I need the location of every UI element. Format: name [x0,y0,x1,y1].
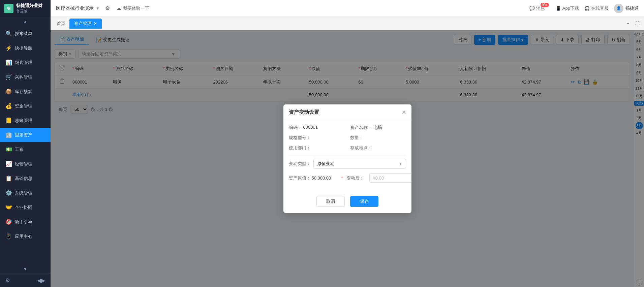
service-icon: 🎧 [584,6,590,11]
modal-overlay: 资产变动设置 ✕ 编码： 000001 资产名称： 电脑 [51,30,644,287]
modal-asset-value-label: 资产原值： [289,175,309,181]
modal-field-name: 资产名称： 电脑 [350,125,406,131]
company-dropdown-icon: ▼ [96,6,100,11]
modal-field-qty: 数量： [350,135,406,141]
basic-icon: 📋 [5,175,11,182]
finance-icon: 💰 [5,103,11,109]
modal-dept-label: 使用部门： [289,145,311,151]
modal-row-2: 规格型号： 数量： [289,135,406,141]
collab-icon: 🤝 [5,204,11,211]
sidebar-item-basic[interactable]: 📋 基础信息 [0,171,51,186]
customer-service-button[interactable]: 🎧 在线客服 [584,5,609,11]
asset-change-modal: 资产变动设置 ✕ 编码： 000001 资产名称： 电脑 [283,104,411,213]
modal-change-type-value: 原值变动 [317,161,335,167]
modal-body: 编码： 000001 资产名称： 电脑 规格型号： [283,119,411,193]
tab-asset-mgmt-label: 资产管理 [74,21,92,27]
sidebar-item-system[interactable]: ⚙️ 系统管理 [0,186,51,200]
modal-field-spec: 规格型号： [289,135,345,141]
topbar: 医疗器械行业演示 ▼ ⚙ ☁ 我要体验一下 💬 消息 99+ 📱 App下载 🎧… [51,0,644,17]
sidebar-item-ledger[interactable]: 📒 总账管理 [0,113,51,128]
search-icon: 🔍 [5,30,11,37]
sidebar: 畅 畅捷通好业财 普及版 ▲ 🔍 搜索菜单 ⚡ 快捷导航 📊 销售管理 🛒 采购… [0,0,51,287]
sidebar-item-quicknav[interactable]: ⚡ 快捷导航 [0,41,51,55]
modal-location-label: 存放地点： [350,145,372,151]
sidebar-item-ops[interactable]: 📈 经营管理 [0,157,51,171]
modal-field-code: 编码： 000001 [289,125,345,131]
modal-row-1: 编码： 000001 资产名称： 电脑 [289,125,406,131]
purchase-icon: 🛒 [5,74,11,80]
logo-sub: 普及版 [16,9,42,14]
company-selector[interactable]: 医疗器械行业演示 ▼ [56,5,100,11]
tab-minimize-button[interactable]: − [624,20,632,28]
collapse-sidebar-icon[interactable]: ◀▶ [37,277,45,284]
guide-icon: 🎯 [5,219,11,225]
modal-code-value: 000001 [303,125,318,131]
appstore-icon: 📱 [5,233,11,240]
ledger-icon: 📒 [5,117,11,124]
modal-value-row: 资产原值： 50,000.00 * 变动后： [289,173,406,183]
sidebar-nav: 🔍 搜索菜单 ⚡ 快捷导航 📊 销售管理 🛒 采购管理 📦 库存核算 💰 资金管… [0,26,51,264]
message-icon: 💬 [529,6,535,11]
sidebar-item-appstore[interactable]: 📱 应用中心 [0,229,51,244]
modal-name-value: 电脑 [373,125,382,131]
modal-cancel-button[interactable]: 取消 [316,196,345,207]
main-content: 医疗器械行业演示 ▼ ⚙ ☁ 我要体验一下 💬 消息 99+ 📱 App下载 🎧… [51,0,644,287]
logo-text: 畅捷通好业财 [16,3,42,9]
sidebar-item-sales[interactable]: 📊 销售管理 [0,55,51,70]
modal-row-3: 使用部门： 存放地点： [289,145,406,151]
salary-icon: 💵 [5,146,11,153]
modal-save-button[interactable]: 保存 [350,196,378,207]
topbar-right: 💬 消息 99+ 📱 App下载 🎧 在线客服 👤 畅捷通 [529,4,639,13]
user-avatar: 👤 [614,4,623,13]
modal-after-required: * [341,176,343,181]
sidebar-item-search[interactable]: 🔍 搜索菜单 [0,26,51,41]
tab-home[interactable]: 首页 [53,19,69,29]
tab-bar: 首页 资产管理 ✕ − ⛶ [51,17,644,30]
modal-qty-label: 数量： [350,135,363,141]
modal-field-location: 存放地点： [350,145,406,151]
topbar-settings-icon[interactable]: ⚙ [105,5,110,11]
app-download-button[interactable]: 📱 App下载 [556,5,579,11]
change-type-dropdown-icon: ▼ [399,162,402,166]
sidebar-scroll-up[interactable]: ▲ [22,18,29,25]
user-name: 畅捷通 [625,5,639,11]
tab-maximize-button[interactable]: ⛶ [633,20,641,28]
sidebar-item-salary[interactable]: 💵 工资 [0,142,51,157]
settings-icon[interactable]: ⚙ [5,277,10,284]
tab-controls: − ⛶ [624,20,641,28]
cloud-icon: ☁ [117,6,121,11]
modal-change-type-row: 变动类型： 原值变动 ▼ [289,159,406,169]
sidebar-item-finance[interactable]: 💰 资金管理 [0,99,51,113]
modal-after-label: 变动后： [346,175,367,181]
sidebar-item-purchase[interactable]: 🛒 采购管理 [0,70,51,84]
user-menu[interactable]: 👤 畅捷通 [614,4,639,13]
modal-header: 资产变动设置 ✕ [283,104,411,119]
assets-icon: 🏢 [5,132,11,138]
modal-after-input[interactable] [369,173,411,183]
modal-change-type-select[interactable]: 原值变动 ▼ [313,159,406,169]
modal-spec-label: 规格型号： [289,135,311,141]
experience-button[interactable]: ☁ 我要体验一下 [117,5,149,11]
company-name: 医疗器械行业演示 [56,5,94,11]
modal-close-button[interactable]: ✕ [402,109,406,116]
modal-footer: 取消 保存 [283,193,411,213]
modal-field-dept: 使用部门： [289,145,345,151]
ops-icon: 📈 [5,161,11,167]
inventory-icon: 📦 [5,88,11,95]
content-area: 📄 资产明细 📝 变更生成凭证 对账 + 新增 批量操作 ▾ ⬆ [51,30,644,287]
app-icon: 📱 [556,6,561,11]
app-logo: 畅 畅捷通好业财 普及版 [0,0,51,17]
sidebar-scroll-down[interactable]: ▼ [22,265,29,272]
quicknav-icon: ⚡ [5,45,11,51]
sidebar-item-guide[interactable]: 🎯 新手引导 [0,215,51,229]
sidebar-item-collab[interactable]: 🤝 企业协同 [0,200,51,215]
sidebar-item-inventory[interactable]: 📦 库存核算 [0,84,51,99]
sidebar-item-assets[interactable]: 🏢 固定资产 [0,128,51,142]
tab-asset-mgmt[interactable]: 资产管理 ✕ [69,19,102,29]
logo-icon: 畅 [4,4,13,13]
tab-close-icon[interactable]: ✕ [94,21,97,26]
message-button[interactable]: 💬 消息 99+ [529,5,545,11]
modal-change-type-label: 变动类型： [289,161,311,167]
message-badge: 99+ [541,3,549,7]
modal-title: 资产变动设置 [289,109,319,116]
